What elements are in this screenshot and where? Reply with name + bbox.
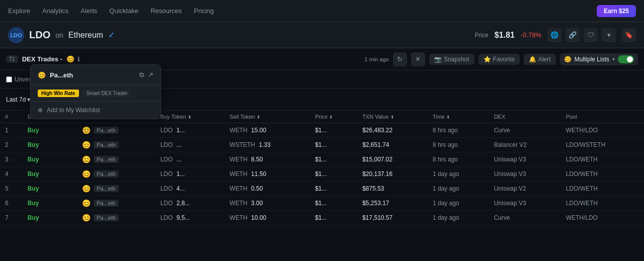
- camera-icon: 📷: [434, 56, 442, 63]
- copy-icon[interactable]: ⧉: [139, 71, 144, 79]
- shield-icon[interactable]: 🛡: [584, 28, 598, 42]
- token-logo: LDO: [8, 27, 24, 43]
- toggle-switch[interactable]: [618, 55, 634, 63]
- high-win-rate-tag: High Win Rate: [38, 90, 79, 97]
- row-sell-token: WETH 10.00: [224, 211, 310, 225]
- row-sell-token: WETH 11.50: [224, 167, 310, 182]
- row-wallet[interactable]: 😊 Pa...eth: [77, 167, 155, 182]
- refresh-icon[interactable]: ↻: [393, 52, 407, 66]
- row-buy-token: LDO ...: [155, 152, 225, 167]
- col-sell-token[interactable]: Sell Token ⬍: [224, 111, 310, 123]
- table-row[interactable]: 3 Buy 😊 Pa...eth LDO ... WETH 8.50 $1...…: [0, 152, 644, 167]
- row-txn-val: $26,483.22: [357, 123, 428, 138]
- time-sort-icon: ⬍: [446, 115, 450, 120]
- multiple-lists-label: Multiple Lists: [575, 56, 609, 63]
- row-time: 8 hrs ago: [428, 138, 489, 152]
- section-title: DEX Trades -: [22, 55, 62, 63]
- row-txn-val: $5,253.17: [357, 196, 428, 211]
- nav-analytics[interactable]: Analytics: [42, 5, 68, 17]
- link-icon[interactable]: 🔗: [566, 28, 580, 42]
- row-wallet[interactable]: 😊 Pa...eth: [77, 138, 155, 152]
- row-txn-val: $17,510.57: [357, 211, 428, 225]
- add-to-watchlist-button[interactable]: ⊕ Add to My Watchlist: [31, 101, 160, 119]
- favorite-label: Favorite: [493, 56, 515, 63]
- wallet-emoji: 😊: [82, 126, 91, 134]
- txn-sort-icon: ⬍: [390, 115, 394, 120]
- wallet-address[interactable]: Pa...eth: [94, 214, 119, 221]
- row-wallet[interactable]: 😊 Pa...eth: [77, 152, 155, 167]
- row-buy-token: LDO 1...: [155, 167, 225, 182]
- wallet-address[interactable]: Pa...eth: [94, 141, 119, 148]
- row-wallet[interactable]: 😊 Pa...eth: [77, 196, 155, 211]
- row-num: 4: [0, 167, 23, 182]
- row-num: 1: [0, 123, 23, 138]
- row-num: 6: [0, 196, 23, 211]
- earn-button[interactable]: Earn $25: [597, 5, 636, 17]
- col-buy-token[interactable]: Buy Token ⬍: [155, 111, 225, 123]
- close-icon[interactable]: ✕: [411, 52, 425, 66]
- multiple-lists-button[interactable]: 😊 Multiple Lists ▾: [560, 53, 638, 65]
- row-wallet[interactable]: 😊 Pa...eth: [77, 211, 155, 225]
- wallet-address[interactable]: Pa...eth: [94, 170, 119, 178]
- price-sort-icon: ⬍: [329, 115, 333, 120]
- col-price[interactable]: Price ⬍: [310, 111, 357, 123]
- nav-resources[interactable]: Resources: [150, 5, 182, 17]
- wallet-address[interactable]: Pa...eth: [94, 156, 119, 163]
- row-num: 2: [0, 138, 23, 152]
- alert-label: Alert: [538, 56, 551, 63]
- bookmark-icon[interactable]: 🔖: [622, 28, 636, 42]
- external-link-icon[interactable]: ↗: [148, 71, 153, 79]
- favorite-button[interactable]: ⭐ Favorite: [478, 54, 520, 65]
- table-row[interactable]: 4 Buy 😊 Pa...eth LDO 1... WETH 11.50 $1.…: [0, 167, 644, 182]
- table-row[interactable]: 1 Buy 😊 Pa...eth LDO 1... WETH 15.00 $1.…: [0, 123, 644, 138]
- add-watchlist-label: Add to My Watchlist: [47, 107, 100, 114]
- row-txn-val: $2,651.74: [357, 138, 428, 152]
- verified-badge: ✓: [108, 30, 115, 40]
- smart-dex-tag: Smart DEX Trader: [83, 90, 131, 97]
- col-time[interactable]: Time ⬍: [428, 111, 489, 123]
- row-price: $1...: [310, 182, 357, 196]
- table-row[interactable]: 7 Buy 😊 Pa...eth LDO 9,5... WETH 10.00 $…: [0, 211, 644, 225]
- chevron-down-icon[interactable]: ▾: [602, 28, 616, 42]
- bell-icon: 🔔: [529, 56, 536, 63]
- nav-pricing[interactable]: Pricing: [194, 5, 214, 17]
- row-wallet[interactable]: 😊 Pa...eth: [77, 123, 155, 138]
- nav-quicktake[interactable]: Quicktake: [109, 5, 138, 17]
- table-row[interactable]: 2 Buy 😊 Pa...eth LDO ... WSTETH 1.33 $1.…: [0, 138, 644, 152]
- snapshot-label: Snapshot: [444, 56, 469, 63]
- row-sell-token: WETH 15.00: [224, 123, 310, 138]
- alert-button[interactable]: 🔔 Alert: [524, 54, 556, 65]
- network-icon[interactable]: 🌐: [547, 28, 561, 42]
- dropdown-emoji: 😊: [38, 71, 46, 79]
- row-txn-val: $15,007.02: [357, 152, 428, 167]
- row-num: 3: [0, 152, 23, 167]
- chevron-icon: ▾: [612, 56, 615, 62]
- table-row[interactable]: 6 Buy 😊 Pa...eth LDO 2,8... WETH 3.00 $1…: [0, 196, 644, 211]
- row-time: 1 day ago: [428, 211, 489, 225]
- row-buy-token: LDO 1...: [155, 123, 225, 138]
- wallet-address[interactable]: Pa...eth: [94, 185, 119, 192]
- row-pool: LDO/WETH: [561, 182, 644, 196]
- row-sell-token: WSTETH 1.33: [224, 138, 310, 152]
- row-wallet[interactable]: 😊 Pa...eth: [77, 182, 155, 196]
- nav-alerts[interactable]: Alerts: [80, 5, 97, 17]
- nav-explore[interactable]: Explore: [8, 5, 30, 17]
- wallet-address[interactable]: Pa...eth: [94, 200, 119, 207]
- toolbar-right: 1 min ago ↻ ✕ 📷 Snapshot ⭐ Favorite 🔔 Al…: [365, 52, 638, 66]
- table-row[interactable]: 5 Buy 😊 Pa...eth LDO 4... WETH 0.50 $1..…: [0, 182, 644, 196]
- row-num: 7: [0, 211, 23, 225]
- unverified-checkbox-input[interactable]: [6, 76, 12, 82]
- row-sell-token: WETH 0.50: [224, 182, 310, 196]
- row-buy-token: LDO ...: [155, 138, 225, 152]
- row-sell-token: WETH 3.00: [224, 196, 310, 211]
- token-symbol: LDO: [29, 29, 50, 41]
- wallet-emoji: 😊: [82, 170, 91, 178]
- wallet-address[interactable]: Pa...eth: [94, 127, 119, 134]
- info-icon[interactable]: ℹ: [77, 56, 80, 63]
- snapshot-button[interactable]: 📷 Snapshot: [429, 54, 474, 65]
- row-time: 1 day ago: [428, 167, 489, 182]
- row-type: Buy: [23, 123, 77, 138]
- star-icon: ⭐: [484, 56, 491, 63]
- col-txn-val[interactable]: TXN Value ⬍: [357, 111, 428, 123]
- time-range-dropdown[interactable]: Last 7d ▾: [6, 96, 30, 103]
